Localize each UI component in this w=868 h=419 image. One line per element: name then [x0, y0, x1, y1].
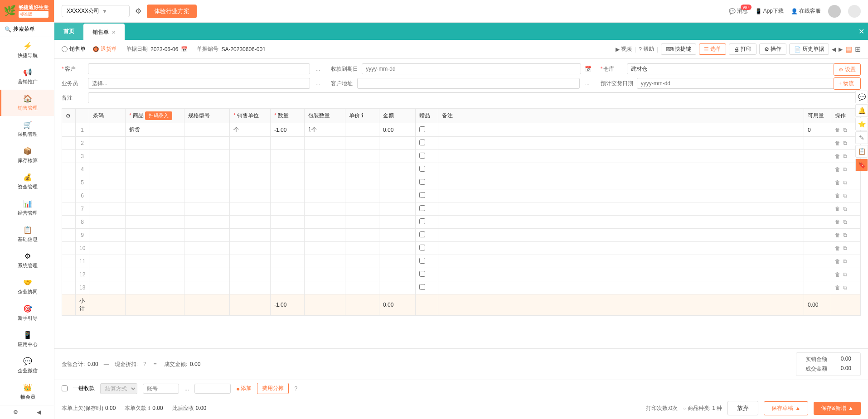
row-product-cell[interactable] — [126, 137, 184, 150]
account-ellipsis[interactable]: ... — [184, 385, 189, 392]
row-copy-btn[interactable]: ⧉ — [843, 140, 847, 146]
radio-sales[interactable]: 销售单 — [62, 45, 86, 53]
row-remark-cell[interactable] — [438, 255, 804, 268]
row-pkgqty-cell[interactable]: 1个 — [305, 123, 345, 137]
float-btn-1[interactable]: 💬 — [855, 91, 868, 103]
row-product-cell[interactable] — [126, 150, 184, 163]
row-delete-btn[interactable]: 🗑 — [835, 219, 840, 225]
row-product-cell[interactable] — [126, 189, 184, 202]
calc-method-select[interactable]: 结算方式 — [100, 383, 137, 394]
row-barcode-cell[interactable] — [89, 281, 126, 294]
row-unit-cell[interactable] — [230, 229, 271, 242]
row-remark-cell[interactable] — [438, 242, 804, 255]
row-unit-cell[interactable]: 个 — [230, 123, 271, 137]
row-amount-cell[interactable] — [379, 216, 416, 229]
row-spec-cell[interactable] — [184, 137, 230, 150]
row-amount-cell[interactable] — [379, 268, 416, 281]
row-spec-cell[interactable] — [184, 268, 230, 281]
row-spec-cell[interactable] — [184, 255, 230, 268]
user-avatar-extra[interactable] — [848, 5, 861, 18]
row-pkgqty-cell[interactable] — [305, 229, 345, 242]
company-selector[interactable]: XXXXXX公司 ▼ — [62, 5, 130, 17]
sidebar-item-finance[interactable]: 💰 资金管理 — [0, 169, 54, 195]
row-unit-cell[interactable] — [230, 216, 271, 229]
row-copy-btn[interactable]: ⧉ — [843, 206, 847, 212]
remark-input[interactable] — [88, 92, 861, 103]
fee-split-btn[interactable]: 费用分摊 — [257, 383, 289, 394]
row-price-cell[interactable] — [345, 229, 379, 242]
tab-close-icon[interactable]: ✕ — [112, 29, 116, 35]
row-delete-btn[interactable]: 🗑 — [835, 193, 840, 199]
row-copy-btn[interactable]: ⧉ — [843, 127, 847, 133]
row-amount-cell[interactable]: 0.00 — [379, 123, 416, 137]
float-btn-3[interactable]: ⭐ — [855, 118, 868, 130]
shortcut-btn[interactable]: ⌨ 快捷键 — [661, 43, 696, 55]
row-delete-btn[interactable]: 🗑 — [835, 166, 840, 173]
row-qty-cell[interactable] — [271, 189, 305, 202]
row-delete-btn[interactable]: 🗑 — [835, 127, 840, 133]
row-spec-cell[interactable] — [184, 229, 230, 242]
row-qty-cell[interactable] — [271, 202, 305, 216]
sidebar-item-operations[interactable]: 📊 经营管理 — [0, 195, 54, 221]
row-price-cell[interactable] — [345, 268, 379, 281]
trial-button[interactable]: 体验行业方案 — [147, 5, 197, 18]
customer-addr-ellipsis-btn[interactable]: ... — [583, 80, 592, 87]
row-gift-cell[interactable] — [416, 189, 438, 202]
row-gift-cell[interactable] — [416, 163, 438, 176]
settings-bottom-icon[interactable]: ⚙ — [13, 409, 18, 415]
row-remark-cell[interactable] — [438, 216, 804, 229]
row-price-cell[interactable] — [345, 150, 379, 163]
float-btn-5[interactable]: 📋 — [855, 145, 868, 158]
account-input[interactable] — [143, 384, 179, 394]
row-remark-cell[interactable] — [438, 281, 804, 294]
row-barcode-cell[interactable] — [89, 229, 126, 242]
row-spec-cell[interactable] — [184, 281, 230, 294]
save-new-btn[interactable]: 保存&新增 ▲ — [814, 402, 861, 415]
row-product-cell[interactable] — [126, 242, 184, 255]
row-amount-cell[interactable] — [379, 202, 416, 216]
sidebar-item-basic[interactable]: 📋 基础信息 — [0, 221, 54, 247]
row-price-cell[interactable] — [345, 137, 379, 150]
row-spec-cell[interactable] — [184, 163, 230, 176]
row-pkgqty-cell[interactable] — [305, 176, 345, 189]
salesman-input[interactable] — [88, 78, 310, 89]
row-barcode-cell[interactable] — [89, 189, 126, 202]
row-barcode-cell[interactable] — [89, 163, 126, 176]
row-pkgqty-cell[interactable] — [305, 216, 345, 229]
payment-date-input[interactable] — [362, 63, 581, 74]
row-unit-cell[interactable] — [230, 163, 271, 176]
row-amount-cell[interactable] — [379, 137, 416, 150]
row-gift-cell[interactable] — [416, 123, 438, 137]
fee-help-icon[interactable]: ? — [294, 385, 297, 392]
row-qty-cell[interactable] — [271, 281, 305, 294]
settings-btn[interactable]: ⚙ 设置 — [834, 63, 861, 76]
settings-gear-icon[interactable]: ⚙ — [135, 7, 141, 15]
sidebar-item-sales[interactable]: 🏠 销售管理 — [0, 90, 54, 116]
row-pkgqty-cell[interactable] — [305, 281, 345, 294]
sidebar-item-purchase[interactable]: 🛒 采购管理 — [0, 116, 54, 142]
row-gift-cell[interactable] — [416, 229, 438, 242]
sidebar-item-inventory[interactable]: 📦 库存核算 — [0, 142, 54, 169]
row-spec-cell[interactable] — [184, 123, 230, 137]
operation-btn[interactable]: ⚙ 操作 — [759, 43, 786, 55]
salesman-ellipsis-btn[interactable]: ... — [314, 80, 322, 87]
row-price-cell[interactable] — [345, 123, 379, 137]
radio-return-input[interactable] — [93, 46, 99, 52]
row-barcode-cell[interactable] — [89, 255, 126, 268]
next-icon[interactable]: ▶ — [839, 46, 843, 53]
row-qty-cell[interactable] — [271, 268, 305, 281]
row-qty-cell[interactable] — [271, 176, 305, 189]
row-pkgqty-cell[interactable] — [305, 268, 345, 281]
row-unit-cell[interactable] — [230, 255, 271, 268]
row-unit-cell[interactable] — [230, 150, 271, 163]
row-spec-cell[interactable] — [184, 242, 230, 255]
row-barcode-cell[interactable] — [89, 216, 126, 229]
row-unit-cell[interactable] — [230, 242, 271, 255]
row-price-cell[interactable] — [345, 281, 379, 294]
payment-calendar-icon[interactable]: 📅 — [585, 66, 592, 72]
row-barcode-cell[interactable] — [89, 242, 126, 255]
row-unit-cell[interactable] — [230, 189, 271, 202]
row-qty-cell[interactable] — [271, 137, 305, 150]
row-remark-cell[interactable] — [438, 176, 804, 189]
row-qty-cell[interactable] — [271, 242, 305, 255]
